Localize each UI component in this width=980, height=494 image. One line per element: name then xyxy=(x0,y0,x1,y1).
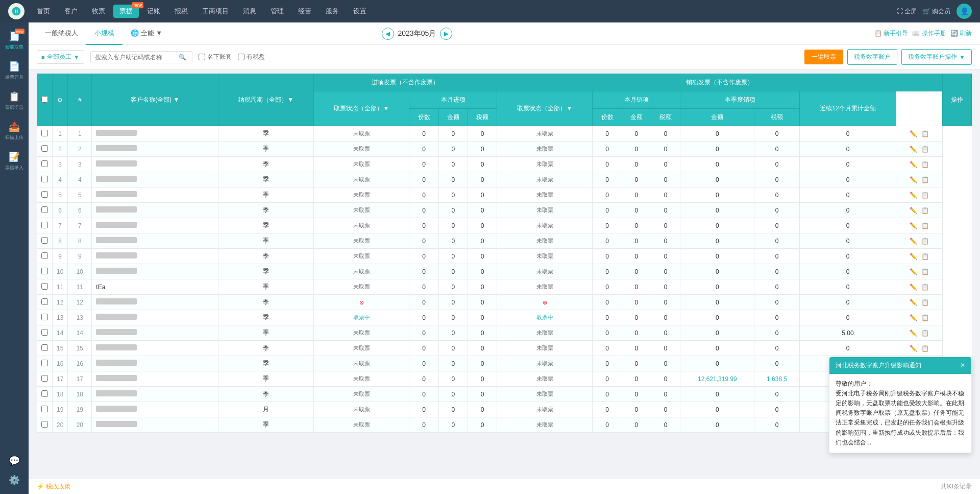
tab-all-type[interactable]: 🌐 全能 ▼ xyxy=(122,22,170,45)
search-icon[interactable]: 🔍 xyxy=(179,54,186,61)
tax-policy-link[interactable]: ⚡ 税政政策 xyxy=(37,482,70,491)
copy-icon-8[interactable]: 📋 xyxy=(921,238,929,245)
edit-icon-13[interactable]: ✏️ xyxy=(910,314,917,321)
select-all-checkbox[interactable] xyxy=(41,96,48,103)
prev-month-button[interactable]: ◀ xyxy=(382,28,394,40)
sidebar-item-smart-ticket[interactable]: 🧾 智能取票 new xyxy=(2,27,27,55)
one-click-fetch-button[interactable]: 一键取票 xyxy=(804,50,843,64)
row-check-19[interactable] xyxy=(37,402,53,417)
edit-icon-15[interactable]: ✏️ xyxy=(910,345,917,352)
row-check-2[interactable] xyxy=(37,142,53,157)
nav-bookkeeping[interactable]: 记账 xyxy=(141,5,166,18)
copy-icon-1[interactable]: 📋 xyxy=(921,130,929,137)
edit-icon-10[interactable]: ✏️ xyxy=(910,268,917,275)
header-client[interactable]: 客户名称(全部) ▼ xyxy=(92,74,218,126)
edit-icon-7[interactable]: ✏️ xyxy=(910,222,917,229)
copy-icon-6[interactable]: 📋 xyxy=(921,207,929,214)
nav-receive[interactable]: 收票 xyxy=(86,5,111,18)
row-check-17[interactable] xyxy=(37,371,53,387)
row-check-14[interactable] xyxy=(37,325,53,341)
new-guide-link[interactable]: 📋 新手引导 xyxy=(874,29,908,38)
row-check-11[interactable] xyxy=(37,279,53,295)
edit-icon-11[interactable]: ✏️ xyxy=(910,284,917,291)
edit-icon-12[interactable]: ✏️ xyxy=(910,299,917,306)
nav-message[interactable]: 消息 xyxy=(237,5,262,18)
edit-icon-5[interactable]: ✏️ xyxy=(910,192,917,199)
nav-invoice[interactable]: 票据 new xyxy=(113,5,139,18)
edit-icon-14[interactable]: ✏️ xyxy=(910,330,917,337)
search-input[interactable] xyxy=(95,54,177,61)
row-check-16[interactable] xyxy=(37,356,53,371)
copy-icon-4[interactable]: 📋 xyxy=(921,176,929,183)
tab-small-scale[interactable]: 小规模 xyxy=(86,22,122,45)
row-check-20[interactable] xyxy=(37,417,53,433)
header-out-fetch-status[interactable]: 取票状态（全部）▼ xyxy=(497,91,593,126)
tax-digital-account-button[interactable]: 税务数字账户 xyxy=(847,49,897,65)
row-out-count-11: 0 xyxy=(593,279,622,295)
tab-general-taxpayer[interactable]: 一般纳税人 xyxy=(37,22,86,45)
copy-icon-12[interactable]: 📋 xyxy=(921,299,929,306)
row-check-9[interactable] xyxy=(37,249,53,264)
edit-icon-3[interactable]: ✏️ xyxy=(910,161,917,168)
row-check-8[interactable] xyxy=(37,233,53,249)
edit-icon-9[interactable]: ✏️ xyxy=(910,253,917,260)
edit-icon-6[interactable]: ✏️ xyxy=(910,207,917,214)
row-check-5[interactable] xyxy=(37,187,53,203)
header-tax-period[interactable]: 纳税周期（全部）▼ xyxy=(218,74,314,126)
copy-icon-9[interactable]: 📋 xyxy=(921,253,929,260)
row-check-3[interactable] xyxy=(37,157,53,172)
row-check-12[interactable] xyxy=(37,295,53,310)
sidebar-item-scan[interactable]: 📤 扫描上传 xyxy=(2,117,27,145)
sidebar-item-entry[interactable]: 📝 票据录入 xyxy=(2,147,27,175)
employee-select[interactable]: ■ 全部员工 ▼ xyxy=(37,50,84,64)
row-check-15[interactable] xyxy=(37,341,53,356)
refresh-link[interactable]: 🔄 刷新 xyxy=(950,29,972,38)
user-avatar[interactable]: 👤 xyxy=(957,4,972,19)
row-check-10[interactable] xyxy=(37,264,53,279)
nav-client[interactable]: 客户 xyxy=(58,5,84,18)
copy-icon-2[interactable]: 📋 xyxy=(921,146,929,153)
checkbox-sub-account[interactable]: 名下账套 xyxy=(199,53,232,61)
row-check-7[interactable] xyxy=(37,218,53,233)
sidebar-item-chat[interactable]: 💬 xyxy=(2,451,27,471)
nav-home[interactable]: 首页 xyxy=(31,5,56,18)
checkbox-tax-disk[interactable]: 有税盘 xyxy=(238,53,265,61)
sidebar-item-config[interactable]: ⚙️ xyxy=(2,471,27,490)
sidebar-item-summary[interactable]: 📋 票据汇总 xyxy=(2,87,27,115)
edit-icon-1[interactable]: ✏️ xyxy=(910,130,917,137)
notification-close-button[interactable]: ✕ xyxy=(960,362,965,369)
copy-icon-14[interactable]: 📋 xyxy=(921,330,929,337)
sidebar-item-invoice-open[interactable]: 📄 发票开具 xyxy=(2,57,27,85)
row-check-6[interactable] xyxy=(37,203,53,218)
nav-tax[interactable]: 报税 xyxy=(168,5,194,18)
row-out-tax-8: 0 xyxy=(651,233,680,249)
row-check-13[interactable] xyxy=(37,310,53,325)
nav-operation[interactable]: 经营 xyxy=(292,5,317,18)
copy-icon-3[interactable]: 📋 xyxy=(921,161,929,168)
nav-business[interactable]: 工商项目 xyxy=(196,5,235,18)
copy-icon-11[interactable]: 📋 xyxy=(921,284,929,291)
copy-icon-7[interactable]: 📋 xyxy=(921,222,929,229)
row-check-4[interactable] xyxy=(37,172,53,187)
edit-icon-8[interactable]: ✏️ xyxy=(910,238,917,245)
fullscreen-button[interactable]: ⛶ 全屏 xyxy=(897,7,917,16)
tax-digital-ops-button[interactable]: 税务数字账户操作 ▼ xyxy=(901,49,972,65)
tax-disk-checkbox[interactable] xyxy=(238,54,244,60)
copy-icon-5[interactable]: 📋 xyxy=(921,192,929,199)
row-check-1[interactable] xyxy=(37,126,53,142)
nav-service[interactable]: 服务 xyxy=(320,5,345,18)
row-check-18[interactable] xyxy=(37,387,53,402)
nav-settings[interactable]: 设置 xyxy=(347,5,373,18)
header-in-fetch-status[interactable]: 取票状态（全部）▼ xyxy=(314,91,409,126)
copy-icon-13[interactable]: 📋 xyxy=(921,314,929,321)
next-month-button[interactable]: ▶ xyxy=(440,28,452,40)
edit-icon-4[interactable]: ✏️ xyxy=(910,176,917,183)
sub-account-checkbox[interactable] xyxy=(199,54,205,60)
manual-link[interactable]: 📖 操作手册 xyxy=(912,29,946,38)
copy-icon-10[interactable]: 📋 xyxy=(921,268,929,275)
copy-icon-15[interactable]: 📋 xyxy=(921,345,929,352)
row-cumulative-11: 0 xyxy=(799,279,896,295)
edit-icon-2[interactable]: ✏️ xyxy=(910,146,917,153)
member-button[interactable]: 🛒 购会员 xyxy=(923,7,950,16)
nav-manage[interactable]: 管理 xyxy=(264,5,290,18)
